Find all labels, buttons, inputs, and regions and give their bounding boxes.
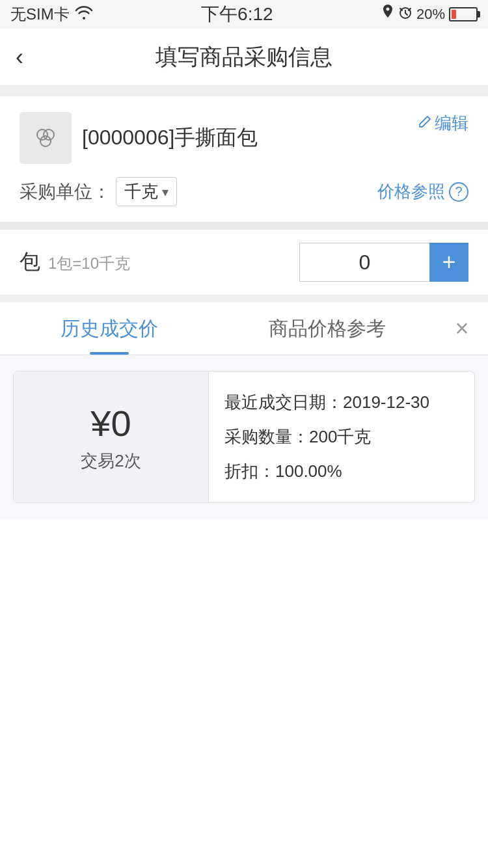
status-bar: 无SIM卡 下午6:12 20% xyxy=(0,0,488,29)
price-recent-date: 最近成交日期：2019-12-30 xyxy=(224,390,459,415)
quantity-value: 200千克 xyxy=(309,427,371,446)
product-unit-row: 采购单位： 千克 ▾ 价格参照 ? xyxy=(20,177,468,206)
quantity-input[interactable] xyxy=(299,243,429,282)
section-divider xyxy=(0,222,488,230)
price-ref-label: 价格参照 xyxy=(377,180,445,203)
discount-value: 100.00% xyxy=(275,461,342,481)
price-amount: ¥0 xyxy=(90,402,131,444)
product-name: [0000006]手撕面包 xyxy=(82,124,258,152)
location-icon xyxy=(381,5,394,24)
recent-date-label: 最近成交日期： xyxy=(224,392,343,412)
chevron-down-icon: ▾ xyxy=(162,184,169,200)
price-ref-button[interactable]: 价格参照 ? xyxy=(377,180,468,203)
svg-point-2 xyxy=(44,129,54,140)
quantity-plus-button[interactable]: + xyxy=(429,243,468,282)
edit-button[interactable]: 编辑 xyxy=(418,112,468,135)
discount-label: 折扣： xyxy=(224,461,275,481)
price-card: ¥0 交易2次 最近成交日期：2019-12-30 采购数量：200千克 折扣：… xyxy=(13,371,475,503)
product-section: [0000006]手撕面包 编辑 采购单位： 千克 ▾ 价格参照 ? xyxy=(0,96,488,222)
quantity-control: + xyxy=(299,243,468,282)
battery-percent: 20% xyxy=(416,6,445,23)
edit-icon xyxy=(418,113,432,133)
status-right: 20% xyxy=(381,5,478,24)
tab-history-label: 历史成交价 xyxy=(61,316,158,342)
tab-price-ref-label: 商品价格参考 xyxy=(269,316,386,342)
quantity-unit-info: 包 1包=10千克 xyxy=(20,248,130,277)
product-header: [0000006]手撕面包 编辑 xyxy=(20,112,468,164)
price-left-panel: ¥0 交易2次 xyxy=(14,372,209,502)
back-button[interactable]: ‹ xyxy=(16,44,23,71)
status-time: 下午6:12 xyxy=(201,2,273,27)
bottom-space xyxy=(0,519,488,868)
tab-history-price[interactable]: 历史成交价 xyxy=(0,303,218,355)
page-title: 填写商品采购信息 xyxy=(156,42,332,72)
tab-indicator xyxy=(90,352,129,355)
product-thumbnail xyxy=(20,112,72,164)
unit-value: 千克 xyxy=(124,180,158,203)
quantity-unit-sub: 1包=10千克 xyxy=(48,253,130,274)
svg-point-3 xyxy=(40,136,51,146)
price-trades: 交易2次 xyxy=(81,450,141,472)
tab-close-button[interactable]: × xyxy=(436,303,488,355)
status-left: 无SIM卡 xyxy=(10,4,93,25)
tab-section: 历史成交价 商品价格参考 × ¥0 交易2次 最近成交日期：2019-12-30… xyxy=(0,303,488,519)
product-left: [0000006]手撕面包 xyxy=(20,112,258,164)
quantity-label: 采购数量： xyxy=(224,427,309,446)
edit-label: 编辑 xyxy=(435,112,468,135)
battery-icon xyxy=(449,7,478,21)
price-discount: 折扣：100.00% xyxy=(224,459,459,484)
info-icon: ? xyxy=(449,182,468,202)
recent-date-value: 2019-12-30 xyxy=(343,392,429,412)
nav-bar: ‹ 填写商品采购信息 xyxy=(0,29,488,86)
tab-product-price-ref[interactable]: 商品价格参考 xyxy=(218,303,436,355)
carrier-text: 无SIM卡 xyxy=(10,4,70,25)
quantity-unit-main: 包 xyxy=(20,248,40,277)
price-quantity: 采购数量：200千克 xyxy=(224,424,459,450)
price-right-panel: 最近成交日期：2019-12-30 采购数量：200千克 折扣：100.00% xyxy=(209,372,474,502)
battery-fill xyxy=(452,10,456,19)
quantity-row: 包 1包=10千克 + xyxy=(0,230,488,295)
tab-content: ¥0 交易2次 最近成交日期：2019-12-30 采购数量：200千克 折扣：… xyxy=(0,355,488,519)
unit-label: 采购单位： xyxy=(20,180,111,204)
unit-select[interactable]: 千克 ▾ xyxy=(116,177,177,206)
tab-bar: 历史成交价 商品价格参考 × xyxy=(0,303,488,355)
wifi-icon xyxy=(75,5,93,23)
alarm-icon xyxy=(398,5,413,23)
